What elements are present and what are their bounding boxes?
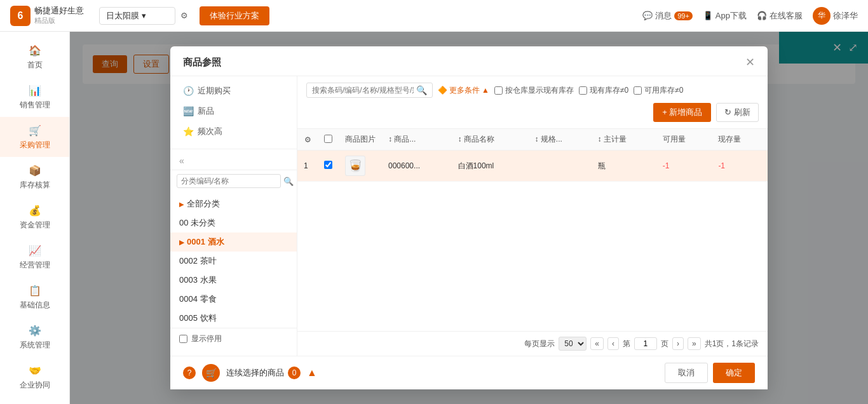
settings-icon-btn[interactable]: ⚙ xyxy=(175,8,193,23)
col-available-header: 可用量 xyxy=(656,129,712,151)
home-icon: 🏠 xyxy=(28,43,42,57)
left-panel: 🕐 近期购买 🆕 新品 ⭐ 频次高 xyxy=(170,76,297,356)
cat-0001[interactable]: ▶ 0001 酒水 xyxy=(170,232,297,252)
show-disabled-checkbox[interactable] xyxy=(179,335,187,343)
clock-icon: 🕐 xyxy=(183,86,194,96)
cat-0003[interactable]: 0003 水果 xyxy=(170,271,297,290)
collapse-left-button[interactable]: « xyxy=(174,153,189,168)
product-toolbar: 🔍 🔶 更多条件 ▲ 按仓库显示现有库存 xyxy=(297,76,768,129)
management-icon: 📈 xyxy=(28,243,42,257)
message-icon: 💬 xyxy=(642,11,653,20)
sidebar-item-sales[interactable]: 📊 销售管理 xyxy=(0,77,69,117)
page-size-select[interactable]: 50 xyxy=(559,337,587,351)
sidebar-item-guide[interactable]: 🎯 新手引导 xyxy=(0,397,69,404)
checkbox-available-nonzero: 可用库存≠0 xyxy=(634,85,683,96)
cat-all[interactable]: ▶ 全部分类 xyxy=(170,194,297,213)
footer-right: 取消 确定 xyxy=(665,363,755,383)
sidebar-item-collab[interactable]: 🤝 企业协同 xyxy=(0,357,69,397)
selected-count: 连续选择的商品 0 xyxy=(226,367,301,379)
service-item[interactable]: 🎧 在线客服 xyxy=(757,10,803,22)
table-row[interactable]: 1 🥃 xyxy=(297,151,768,182)
modal-title: 商品参照 xyxy=(183,57,221,69)
purchase-icon: 🛒 xyxy=(28,123,42,137)
cat-0004[interactable]: 0004 零食 xyxy=(170,290,297,309)
page-number-input[interactable]: 1 xyxy=(634,337,657,350)
row-checkbox[interactable] xyxy=(324,161,332,169)
user-item[interactable]: 华 徐泽华 xyxy=(813,7,858,25)
sidebar: 🏠 首页 📊 销售管理 🛒 采购管理 📦 库存核算 💰 资金管理 📈 经营管理 … xyxy=(0,32,70,404)
col-check xyxy=(318,129,339,151)
collapse-cart-button[interactable]: ▲ xyxy=(307,367,317,379)
col-name-header[interactable]: ↕ 商品名称 xyxy=(452,129,529,151)
category-search: 🔍 xyxy=(170,170,297,192)
product-image: 🥃 xyxy=(345,156,365,176)
toolbar-actions: + 新增商品 ↻ 刷新 xyxy=(653,103,759,122)
headset-icon: 🎧 xyxy=(757,11,767,20)
cancel-button[interactable]: 取消 xyxy=(665,363,708,383)
footer-left: ? 🛒 连续选择的商品 0 ▲ xyxy=(183,364,317,382)
filter-button[interactable]: 🔶 更多条件 ▲ xyxy=(438,85,489,96)
cell-spec xyxy=(529,151,592,182)
refresh-button[interactable]: ↻ 刷新 xyxy=(716,103,759,122)
sidebar-item-management[interactable]: 📈 经营管理 xyxy=(0,237,69,277)
sidebar-item-finance[interactable]: 💰 资金管理 xyxy=(0,197,69,237)
cat-0005[interactable]: 0005 饮料 xyxy=(170,309,297,328)
store-selector[interactable]: 日太阳膜 ▾ xyxy=(99,7,175,25)
confirm-button[interactable]: 确定 xyxy=(713,363,755,383)
col-img-header: 商品图片 xyxy=(339,129,382,151)
category-search-input[interactable] xyxy=(177,174,281,188)
sidebar-item-purchase[interactable]: 🛒 采购管理 xyxy=(0,117,69,157)
product-table-container: ⚙ 商品图片 ↕ 商品... xyxy=(297,129,768,331)
product-search-input[interactable] xyxy=(312,86,414,95)
checkbox-available-not-zero[interactable] xyxy=(634,86,642,95)
modal-header: 商品参照 ✕ xyxy=(170,46,768,76)
col-code-header[interactable]: ↕ 商品... xyxy=(382,129,452,151)
sidebar-item-system[interactable]: ⚙️ 系统管理 xyxy=(0,317,69,357)
add-product-button[interactable]: + 新增商品 xyxy=(653,103,711,122)
cell-name: 白酒100ml xyxy=(452,151,529,182)
col-unit-header[interactable]: ↕ 主计量 xyxy=(592,129,656,151)
app-download-item[interactable]: 📱 App下载 xyxy=(703,10,747,22)
cat-0002[interactable]: 0002 茶叶 xyxy=(170,252,297,271)
last-page-button[interactable]: » xyxy=(688,337,701,350)
modal-close-button[interactable]: ✕ xyxy=(745,55,755,69)
cell-unit: 瓶 xyxy=(592,151,656,182)
logo-version: 精品版 xyxy=(34,16,84,25)
checkbox-stock-not-zero[interactable] xyxy=(579,86,587,95)
modal-body: 🕐 近期购买 🆕 新品 ⭐ 频次高 xyxy=(170,76,768,356)
tab-new-products[interactable]: 🆕 新品 xyxy=(177,102,290,121)
count-badge: 0 xyxy=(288,367,301,379)
cat-00[interactable]: 00 未分类 xyxy=(170,213,297,232)
cell-check[interactable] xyxy=(318,151,339,182)
product-search-box: 🔍 xyxy=(306,83,433,98)
select-all-checkbox[interactable] xyxy=(324,135,332,143)
first-page-button[interactable]: « xyxy=(590,337,604,350)
finance-icon: 💰 xyxy=(28,203,42,217)
try-button[interactable]: 体验行业方案 xyxy=(200,6,269,25)
help-button[interactable]: ? xyxy=(183,367,196,379)
nav-right: 💬 消息 99+ 📱 App下载 🎧 在线客服 华 徐泽华 xyxy=(642,7,858,25)
sidebar-item-basic-info[interactable]: 📋 基础信息 xyxy=(0,277,69,317)
cart-button[interactable]: 🛒 xyxy=(202,364,220,382)
collab-icon: 🤝 xyxy=(28,363,42,377)
tab-high-frequency[interactable]: ⭐ 频次高 xyxy=(177,122,290,141)
col-spec-header[interactable]: ↕ 规格... xyxy=(529,129,592,151)
checkbox-by-warehouse[interactable] xyxy=(494,86,503,95)
sidebar-item-inventory[interactable]: 📦 库存核算 xyxy=(0,157,69,197)
tab-recent-purchase[interactable]: 🕐 近期购买 xyxy=(177,81,290,100)
content-area: 查询 设置 ✕ ⤢ 商品参照 ✕ xyxy=(70,32,868,404)
main-layout: 🏠 首页 📊 销售管理 🛒 采购管理 📦 库存核算 💰 资金管理 📈 经营管理 … xyxy=(0,32,868,404)
message-nav-item[interactable]: 💬 消息 99+ xyxy=(642,10,693,22)
product-reference-modal: 商品参照 ✕ 🕐 近期购买 🆕 xyxy=(170,46,768,389)
search-icon[interactable]: 🔍 xyxy=(416,85,427,95)
basic-info-icon: 📋 xyxy=(28,283,42,297)
sidebar-item-home[interactable]: 🏠 首页 xyxy=(0,37,69,77)
arrow-icon: ▶ xyxy=(179,201,184,208)
pagination: 每页显示 50 « ‹ 第 1 页 › » 共1页，1条记录 xyxy=(297,331,768,356)
prev-page-button[interactable]: ‹ xyxy=(607,337,619,350)
right-panel: 🔍 🔶 更多条件 ▲ 按仓库显示现有库存 xyxy=(297,76,768,356)
next-page-button[interactable]: › xyxy=(672,337,684,350)
arrow-icon-0001: ▶ xyxy=(179,239,184,246)
cell-available: -1 xyxy=(656,151,712,182)
search-icon[interactable]: 🔍 xyxy=(283,177,294,186)
